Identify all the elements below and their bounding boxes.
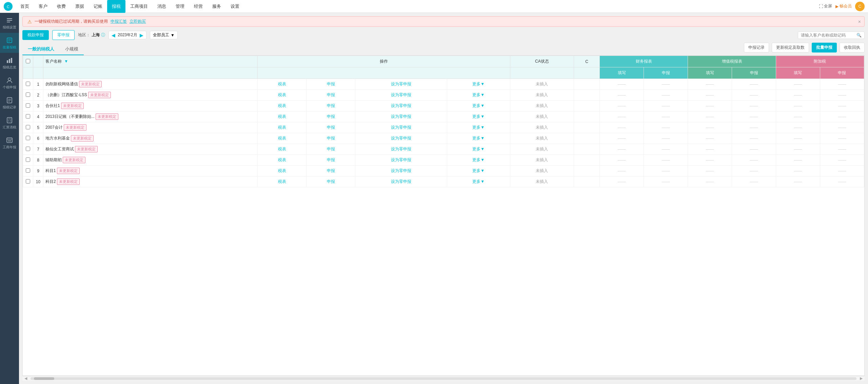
shouchuihui-button[interactable]: 收取回执: [840, 43, 865, 52]
row-op4[interactable]: 更多▼: [447, 176, 510, 187]
nav-home[interactable]: 首页: [16, 0, 34, 13]
row-op2[interactable]: 申报: [307, 79, 355, 90]
row-checkbox[interactable]: [23, 144, 33, 155]
sidebar-item-piliangshuibao[interactable]: 批量报税: [0, 33, 19, 53]
nav-customer[interactable]: 客户: [34, 0, 52, 13]
row-op1[interactable]: 税表: [258, 122, 307, 133]
row-op4[interactable]: 更多▼: [447, 111, 510, 122]
select-all-checkbox[interactable]: [26, 59, 30, 63]
row-op1[interactable]: 税表: [258, 166, 307, 176]
month-label: 2023年2月: [117, 32, 138, 38]
row-op3[interactable]: 设为零申报: [355, 155, 447, 166]
nav-settings[interactable]: 设置: [226, 0, 244, 13]
row-op4[interactable]: 更多▼: [447, 101, 510, 111]
row-op4[interactable]: 更多▼: [447, 144, 510, 155]
row-op2[interactable]: 申报: [307, 133, 355, 144]
row-op3[interactable]: 设为零申报: [355, 144, 447, 155]
nav-tax[interactable]: 报税: [107, 0, 125, 13]
row-op1[interactable]: 税表: [258, 144, 307, 155]
row-op3[interactable]: 设为零申报: [355, 133, 447, 144]
row-op4[interactable]: 更多▼: [447, 79, 510, 90]
member-button[interactable]: ▶ 畅会员: [835, 3, 852, 9]
tab-small-scale[interactable]: 小规模: [60, 44, 84, 55]
tab-lingshenb[interactable]: 零申报: [52, 30, 75, 40]
notice-link1[interactable]: 申报汇签: [111, 19, 127, 24]
row-op3[interactable]: 设为零申报: [355, 166, 447, 176]
notice-link2[interactable]: 立即购买: [130, 19, 146, 24]
gengxin-button[interactable]: 更新税定及取数: [772, 43, 809, 52]
fullscreen-button[interactable]: ⛶ 全屏: [819, 3, 832, 9]
row-op3[interactable]: 设为零申报: [355, 122, 447, 133]
row-op3[interactable]: 设为零申报: [355, 101, 447, 111]
row-op2[interactable]: 申报: [307, 144, 355, 155]
row-op2[interactable]: 申报: [307, 101, 355, 111]
row-op4[interactable]: 更多▼: [447, 155, 510, 166]
prev-month-button[interactable]: ◀: [112, 33, 115, 38]
nav-messages[interactable]: 消息: [153, 0, 171, 13]
nav-operations[interactable]: 经营: [189, 0, 208, 13]
user-avatar[interactable]: C: [855, 2, 865, 11]
nav-invoice[interactable]: 票据: [71, 0, 89, 13]
row-checkbox[interactable]: [23, 155, 33, 166]
row-op1[interactable]: 税表: [258, 111, 307, 122]
staff-selector[interactable]: 全部员工 ▼: [150, 31, 178, 39]
notice-close[interactable]: ×: [858, 19, 861, 24]
region-info-icon[interactable]: ⓘ: [101, 32, 105, 38]
sidebar-item-jisuanqingshu[interactable]: 汇算清税: [0, 113, 19, 133]
tab-general-taxpayer[interactable]: 一般的纳税人: [22, 44, 60, 55]
row-op1[interactable]: 税表: [258, 79, 307, 90]
shenbaojilu-button[interactable]: 申报记录: [744, 43, 769, 52]
sort-icon[interactable]: ▼: [64, 59, 68, 64]
sidebar-item-baobaozonglan[interactable]: 报税总览: [0, 53, 19, 73]
row-op2[interactable]: 申报: [307, 90, 355, 101]
row-op2[interactable]: 申报: [307, 176, 355, 187]
bottom-scroll: ◀ ▶: [22, 376, 865, 381]
row-checkbox[interactable]: [23, 111, 33, 122]
row-op3[interactable]: 设为零申报: [355, 176, 447, 187]
row-checkbox[interactable]: [23, 79, 33, 90]
search-icon[interactable]: 🔍: [856, 33, 862, 38]
row-op3[interactable]: 设为零申报: [355, 111, 447, 122]
row-checkbox[interactable]: [23, 122, 33, 133]
scroll-right-arrow[interactable]: ▶: [860, 376, 865, 381]
nav-service[interactable]: 服务: [208, 0, 226, 13]
sidebar-item-gongshangnianbao[interactable]: 工商年报: [0, 133, 19, 153]
row-op2[interactable]: 申报: [307, 166, 355, 176]
sidebar-item-baoshuijilu[interactable]: 报税记录: [0, 93, 19, 113]
row-op1[interactable]: 税表: [258, 176, 307, 187]
nav-bookkeeping[interactable]: 记账: [89, 0, 107, 13]
row-fj-report: ——: [820, 90, 864, 101]
row-op4[interactable]: 更多▼: [447, 122, 510, 133]
search-input[interactable]: [801, 33, 855, 38]
row-op2[interactable]: 申报: [307, 111, 355, 122]
row-op4[interactable]: 更多▼: [447, 90, 510, 101]
row-checkbox[interactable]: [23, 166, 33, 176]
nav-business[interactable]: 工商项目: [125, 0, 153, 13]
row-checkbox[interactable]: [23, 133, 33, 144]
row-op4[interactable]: 更多▼: [447, 133, 510, 144]
sidebar-item-geshuishenbao[interactable]: 个税申报: [0, 73, 19, 93]
scroll-left-arrow[interactable]: ◀: [22, 376, 27, 381]
row-op2[interactable]: 申报: [307, 155, 355, 166]
nav-management[interactable]: 管理: [171, 0, 189, 13]
row-op1[interactable]: 税表: [258, 101, 307, 111]
row-checkbox[interactable]: [23, 176, 33, 187]
piliangshenb-button[interactable]: 批量申报: [812, 43, 837, 52]
row-op3[interactable]: 设为零申报: [355, 90, 447, 101]
row-op1[interactable]: 税表: [258, 155, 307, 166]
status-badge: 未更新税定: [64, 124, 86, 131]
scroll-thumb[interactable]: [34, 377, 54, 380]
row-op2[interactable]: 申报: [307, 122, 355, 133]
sidebar-item-baoshuishezhi[interactable]: 报税设置: [0, 13, 19, 33]
row-op1[interactable]: 税表: [258, 90, 307, 101]
nav-billing[interactable]: 收费: [52, 0, 71, 13]
row-op3[interactable]: 设为零申报: [355, 79, 447, 90]
row-checkbox[interactable]: [23, 101, 33, 111]
next-month-button[interactable]: ▶: [140, 33, 143, 38]
table-row: 8 辅助期初 未更新税定 税表 申报 设为零申报 更多▼ 未插入 —— —— —…: [23, 155, 864, 166]
row-checkbox[interactable]: [23, 90, 33, 101]
row-op4[interactable]: 更多▼: [447, 166, 510, 176]
personal-tax-icon: [5, 76, 14, 84]
row-op1[interactable]: 税表: [258, 133, 307, 144]
tab-shuikuanshenb[interactable]: 税款申报: [22, 30, 49, 40]
